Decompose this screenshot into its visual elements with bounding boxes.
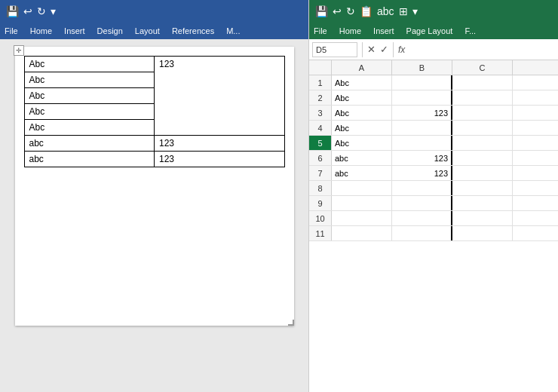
word-undo-icon[interactable]: ↩ bbox=[23, 5, 32, 17]
table-cell[interactable]: 123 bbox=[155, 57, 285, 136]
excel-undo-icon[interactable]: ↩ bbox=[333, 5, 342, 17]
cell-b5[interactable] bbox=[392, 136, 452, 150]
table-row: 9 bbox=[309, 196, 558, 211]
cell-a4[interactable]: Abc bbox=[332, 121, 392, 135]
excel-clipboard-icon[interactable]: 📋 bbox=[360, 5, 373, 17]
cell-b11[interactable] bbox=[392, 226, 452, 240]
word-redo-icon[interactable]: ↻ bbox=[37, 5, 46, 17]
excel-abc-icon[interactable]: abc bbox=[377, 5, 394, 17]
word-menu-insert[interactable]: Insert bbox=[64, 26, 85, 35]
cell-b1[interactable] bbox=[392, 75, 452, 90]
table-row: 11 bbox=[309, 226, 558, 241]
excel-save-icon[interactable]: 💾 bbox=[315, 5, 328, 17]
cell-b3[interactable]: 123 bbox=[392, 106, 452, 120]
cell-c9[interactable] bbox=[452, 196, 513, 210]
word-menu-references[interactable]: References bbox=[172, 26, 214, 35]
cell-c4[interactable] bbox=[452, 121, 513, 135]
word-menu-home[interactable]: Home bbox=[30, 26, 52, 35]
cell-a6[interactable]: abc bbox=[332, 151, 392, 165]
cell-a3[interactable]: Abc bbox=[332, 106, 392, 120]
word-menu-layout[interactable]: Layout bbox=[135, 26, 160, 35]
col-header-b[interactable]: B bbox=[392, 60, 452, 75]
excel-col-headers: A B C bbox=[309, 60, 558, 75]
cell-b2[interactable] bbox=[392, 90, 452, 105]
table-cell[interactable]: Abc bbox=[24, 57, 155, 72]
formula-separator bbox=[362, 42, 363, 57]
table-cell[interactable]: Abc bbox=[24, 88, 155, 104]
cell-b4[interactable] bbox=[392, 121, 452, 135]
table-cell[interactable]: Abc bbox=[24, 104, 155, 120]
word-titlebar: 💾 ↩ ↻ ▾ bbox=[0, 0, 308, 23]
table-row: 3 Abc 123 bbox=[309, 106, 558, 121]
cell-a2[interactable]: Abc bbox=[332, 90, 392, 105]
excel-menu-home[interactable]: Home bbox=[339, 26, 361, 35]
cell-c7[interactable] bbox=[452, 166, 513, 180]
excel-panel: 💾 ↩ ↻ 📋 abc ⊞ ▾ File Home Insert Page La… bbox=[309, 0, 558, 392]
table-row: 7 abc 123 bbox=[309, 166, 558, 181]
cancel-formula-icon[interactable]: ✕ bbox=[367, 44, 376, 55]
formula-input[interactable] bbox=[408, 42, 555, 57]
confirm-formula-icon[interactable]: ✓ bbox=[380, 44, 388, 55]
word-move-handle[interactable]: ✛ bbox=[14, 45, 24, 56]
cell-b7[interactable]: 123 bbox=[392, 166, 452, 180]
cell-c1[interactable] bbox=[452, 75, 513, 90]
cell-a1[interactable]: Abc bbox=[332, 75, 392, 90]
excel-menu-insert[interactable]: Insert bbox=[373, 26, 394, 35]
word-table: Abc 123 Abc Abc Abc Abc bbox=[24, 56, 285, 167]
cell-a10[interactable] bbox=[332, 211, 392, 225]
cell-c6[interactable] bbox=[452, 151, 513, 165]
cell-c11[interactable] bbox=[452, 226, 513, 240]
cell-a5[interactable]: Abc bbox=[332, 136, 392, 150]
word-save-icon[interactable]: 💾 bbox=[6, 5, 19, 17]
cell-b9[interactable] bbox=[392, 196, 452, 210]
word-menu-file[interactable]: File bbox=[5, 26, 18, 35]
word-dropdown-icon[interactable]: ▾ bbox=[51, 5, 56, 17]
table-row: 4 Abc bbox=[309, 121, 558, 136]
excel-dropdown-icon[interactable]: ▾ bbox=[412, 5, 418, 17]
cell-c2[interactable] bbox=[452, 90, 513, 105]
cell-reference-box[interactable]: D5 bbox=[312, 42, 357, 57]
excel-menu-file[interactable]: File bbox=[314, 26, 327, 35]
table-cell[interactable]: abc bbox=[24, 136, 155, 152]
cell-a7[interactable]: abc bbox=[332, 166, 392, 180]
table-row: 10 bbox=[309, 211, 558, 226]
table-cell[interactable]: Abc bbox=[24, 72, 155, 88]
excel-grid-icon[interactable]: ⊞ bbox=[399, 5, 408, 17]
table-row: abc 123 bbox=[24, 136, 284, 152]
cell-b6[interactable]: 123 bbox=[392, 151, 452, 165]
cell-a9[interactable] bbox=[332, 196, 392, 210]
cell-c5[interactable] bbox=[452, 136, 513, 150]
table-cell[interactable]: 123 bbox=[155, 152, 285, 167]
cell-a11[interactable] bbox=[332, 226, 392, 240]
excel-redo-icon[interactable]: ↻ bbox=[346, 5, 355, 17]
word-page: ✛ Abc 123 Abc Abc Abc bbox=[15, 47, 294, 326]
excel-menu-page-layout[interactable]: Page Layout bbox=[406, 26, 453, 35]
row-num-4: 4 bbox=[309, 121, 332, 135]
cell-c3[interactable] bbox=[452, 106, 513, 120]
table-row: 5 Abc bbox=[309, 136, 558, 151]
table-row: 1 Abc bbox=[309, 75, 558, 90]
row-num-3: 3 bbox=[309, 106, 332, 120]
col-header-a[interactable]: A bbox=[332, 60, 392, 75]
word-menu-design[interactable]: Design bbox=[97, 26, 123, 35]
cell-b8[interactable] bbox=[392, 181, 452, 195]
col-header-c[interactable]: C bbox=[452, 60, 513, 75]
excel-menu-more[interactable]: F... bbox=[464, 26, 476, 35]
cell-b10[interactable] bbox=[392, 211, 452, 225]
word-content-area: ✛ Abc 123 Abc Abc Abc bbox=[0, 39, 308, 392]
word-resize-handle[interactable] bbox=[288, 320, 294, 326]
table-row: abc 123 bbox=[24, 152, 284, 167]
table-cell[interactable]: Abc bbox=[24, 120, 155, 136]
col-corner[interactable] bbox=[309, 60, 332, 75]
cell-a8[interactable] bbox=[332, 181, 392, 195]
excel-rows: 1 Abc 2 Abc 3 Abc 123 4 Abc bbox=[309, 75, 558, 392]
table-cell[interactable]: abc bbox=[24, 152, 155, 167]
cell-c8[interactable] bbox=[452, 181, 513, 195]
table-row: 2 Abc bbox=[309, 90, 558, 106]
word-menu-more[interactable]: M... bbox=[226, 26, 240, 35]
table-cell[interactable]: 123 bbox=[155, 136, 285, 152]
table-row: 8 bbox=[309, 181, 558, 196]
excel-formula-bar: D5 ✕ ✓ fx bbox=[309, 39, 558, 60]
cell-c10[interactable] bbox=[452, 211, 513, 225]
formula-separator-2 bbox=[393, 42, 394, 57]
